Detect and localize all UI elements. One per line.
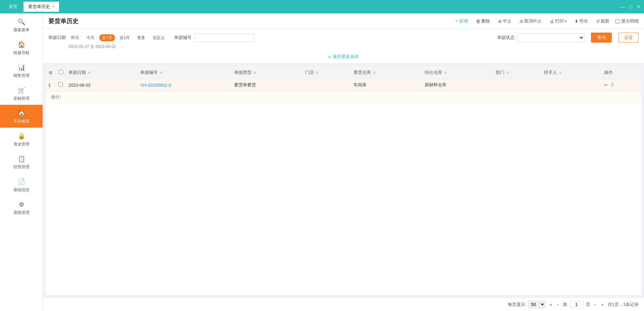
row-select-checkbox[interactable] (58, 82, 63, 87)
sidebar-item-basic[interactable]: 📄 基础信息 (0, 173, 43, 196)
sidebar-label-inventory: 库存核算 (13, 119, 30, 124)
last-page-btn[interactable]: » (600, 301, 605, 308)
main-layout: 🔍 搜索菜单 🏠 快捷导航 📊 销售管理 🛒 采购管理 🏠 库存核算 🔒 资金管… (0, 13, 644, 311)
col-action: 操作 (601, 66, 641, 79)
sort-pending-warehouse-icon: ⇅ (444, 71, 447, 75)
close-tab-icon[interactable]: × (52, 4, 54, 9)
first-page-btn[interactable]: « (548, 301, 553, 308)
refresh-icon: ↺ (596, 19, 600, 24)
table-header-row: ⚙ 单据日期 ⇅ 单据编号 ⇅ 单据类型 (46, 66, 641, 79)
col-checkbox (56, 66, 66, 79)
row-department (493, 79, 541, 91)
total-info: 共1页，1条记录 (608, 302, 639, 308)
basic-icon: 📄 (18, 178, 25, 185)
date-shortcuts: 昨天 今天 近7天 近1月 更多 自定义 (68, 34, 167, 41)
row-index: 1 (46, 79, 56, 91)
col-doc-number[interactable]: 单据编号 ⇅ (138, 66, 231, 79)
last1month-btn[interactable]: 近1月 (117, 34, 133, 41)
last7days-btn[interactable]: 近7天 (99, 34, 115, 41)
date-range-text: 2023-05-27 至 2023-06-02 (68, 44, 116, 49)
more-action-icon[interactable]: ⠿ (611, 82, 614, 88)
doc-number-input[interactable] (194, 34, 255, 42)
row-doc-number: YH-20230602-0 (138, 79, 231, 91)
doc-status-select[interactable] (517, 33, 584, 42)
active-tab-label: 要货单历史 (28, 4, 50, 10)
refresh-button[interactable]: ↺ 刷新 (594, 17, 611, 26)
page-header: 要货单历史 + 新增 🗑 删除 ⊘ 中止 ⊘ 取消中止 🖨 打印 (43, 13, 644, 29)
col-department[interactable]: 部门 ⇅ (493, 66, 541, 79)
total-label: 合计: (51, 94, 61, 99)
active-tab[interactable]: 要货单历史 × (23, 2, 59, 12)
sidebar-item-search[interactable]: 🔍 搜索菜单 (0, 13, 43, 36)
system-icon: ⚙ (19, 201, 24, 208)
filter-row-1: 单据日期 昨天 今天 近7天 近1月 更多 自定义 单据编号 (48, 33, 639, 43)
sidebar-item-system[interactable]: ⚙ 系统管理 (0, 196, 43, 219)
sort-doc-number-icon: ⇅ (160, 71, 162, 75)
purchase-icon: 🛒 (18, 87, 25, 94)
sidebar-item-finance[interactable]: 🔒 资金管理 (0, 128, 43, 150)
table-area: ⚙ 单据日期 ⇅ 单据编号 ⇅ 单据类型 (46, 66, 641, 295)
quick-nav-icon: 🏠 (18, 41, 25, 48)
cancel-stop-button[interactable]: ⊘ 取消中止 (518, 17, 544, 26)
sidebar-item-quicknav[interactable]: 🏠 快捷导航 (0, 36, 43, 59)
custom-btn[interactable]: 自定义 (150, 34, 167, 41)
next-page-btn[interactable]: › (593, 301, 597, 308)
col-doc-date[interactable]: 单据日期 ⇅ (66, 66, 138, 79)
stop-button[interactable]: ⊘ 中止 (496, 17, 514, 26)
print-button[interactable]: 🖨 打印 ▾ (548, 17, 569, 26)
sidebar-item-sales[interactable]: 📊 销售管理 (0, 59, 43, 82)
new-button[interactable]: + 新增 (453, 17, 470, 26)
show-detail-toggle[interactable]: 显示明细 (615, 18, 639, 24)
doc-number-link[interactable]: YH-20230602-0 (140, 83, 171, 88)
sidebar-item-inventory[interactable]: 🏠 库存核算 (0, 105, 43, 128)
col-settings[interactable]: ⚙ (46, 66, 56, 79)
sidebar-item-purchase[interactable]: 🛒 采购管理 (0, 82, 43, 105)
print-icon: 🖨 (550, 19, 554, 24)
page-title: 要货单历史 (48, 17, 78, 25)
edit-action-icon[interactable]: ✏ (604, 82, 608, 88)
more-btn[interactable]: 更多 (135, 34, 148, 41)
doc-number-label: 单据编号 (174, 35, 192, 41)
sidebar-label-operations: 经营管理 (13, 164, 30, 170)
today-btn[interactable]: 今天 (84, 34, 97, 41)
data-table: ⚙ 单据日期 ⇅ 单据编号 ⇅ 单据类型 (46, 66, 641, 91)
prev-page-btn[interactable]: ‹ (556, 301, 560, 308)
cancel-stop-icon: ⊘ (520, 19, 523, 24)
home-tab[interactable]: 首页 (4, 2, 22, 12)
doc-status-label: 单据状态 (497, 35, 515, 41)
page-number-input[interactable] (570, 301, 583, 308)
page-suffix: 页 (586, 302, 590, 308)
minimize-icon[interactable]: — (620, 4, 625, 9)
col-handler[interactable]: 经手人 ⇅ (541, 66, 601, 79)
col-pending-warehouse[interactable]: 待出仓库 ⇅ (422, 66, 493, 79)
export-button[interactable]: ⬆ 导出 (573, 17, 590, 26)
expand-filter-row: ∨ 展开更多条件 (48, 52, 639, 60)
close-icon[interactable]: × (637, 4, 640, 10)
expand-filter-btn[interactable]: ∨ 展开更多条件 (328, 54, 359, 60)
delete-button[interactable]: 🗑 删除 (474, 17, 492, 26)
show-detail-checkbox[interactable] (615, 19, 620, 24)
row-store (303, 79, 351, 91)
setting-button[interactable]: 设置 (619, 33, 639, 43)
window-controls: — □ × (620, 4, 640, 10)
yesterday-btn[interactable]: 昨天 (68, 34, 82, 41)
row-doc-type: 要货单要货 (231, 79, 303, 91)
col-doc-type[interactable]: 单据类型 ⇅ (231, 66, 303, 79)
sidebar-item-operations[interactable]: 📋 经营管理 (0, 150, 43, 173)
query-button[interactable]: 查询 (591, 33, 612, 43)
operations-icon: 📋 (18, 155, 25, 163)
sort-handler-icon: ⇅ (559, 71, 562, 75)
page-size-select[interactable]: 50 10 20 100 (528, 301, 545, 308)
sidebar-label-quicknav: 快捷导航 (13, 50, 30, 56)
page-label: 第 (563, 302, 567, 308)
sidebar-label-search: 搜索菜单 (13, 27, 30, 33)
col-store[interactable]: 门店 ⇅ (303, 66, 351, 79)
top-bar: 首页 要货单历史 × — □ × (0, 0, 644, 13)
maximize-icon[interactable]: □ (629, 4, 632, 9)
search-menu-icon: 🔍 (18, 18, 25, 26)
sidebar-label-sales: 销售管理 (13, 73, 30, 79)
select-all-checkbox[interactable] (59, 70, 63, 74)
row-pending-warehouse: 原材料仓库 (422, 79, 493, 91)
filter-doc-number: 单据编号 (174, 34, 255, 42)
col-req-warehouse[interactable]: 要货仓库 ⇅ (351, 66, 422, 79)
